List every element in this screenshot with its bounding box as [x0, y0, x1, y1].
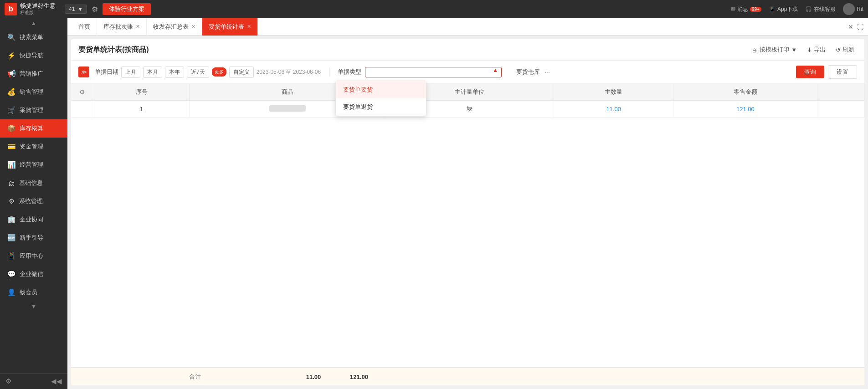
trial-button[interactable]: 体验行业方案: [103, 3, 151, 15]
tab-collect-summary[interactable]: 收发存汇总表 ✕: [147, 18, 202, 36]
tab-order-summary[interactable]: 要货单统计表 ✕: [202, 18, 258, 36]
settings-gear-button[interactable]: ⚙: [92, 5, 98, 14]
export-icon: ⬇: [807, 46, 812, 53]
sidebar-item-inventory[interactable]: 📦 库存核算: [0, 119, 67, 138]
sidebar-item-basic-info[interactable]: 🗂 基础信息: [0, 174, 67, 192]
app-logo: b 畅捷通好生意 标准版: [5, 2, 56, 16]
filter-type-section: 单据类型 ▲: [338, 67, 502, 77]
sidebar-item-member[interactable]: 👤 畅会员: [0, 283, 67, 302]
sidebar-item-marketing[interactable]: 📢 营销推广: [0, 65, 67, 83]
app-center-icon: 📱: [7, 252, 16, 260]
service-icon: 🎧: [805, 6, 812, 12]
sidebar-item-guide[interactable]: 🆕 新手引导: [0, 229, 67, 247]
sidebar-item-enterprise[interactable]: 🏢 企业协同: [0, 210, 67, 229]
sidebar-item-operations[interactable]: 📊 经营管理: [0, 156, 67, 174]
prev-month-button[interactable]: 上月: [121, 67, 140, 78]
type-input[interactable]: [365, 67, 502, 77]
data-table: ⚙ 序号 商品 主计量单位 主数量 零售金额: [71, 84, 864, 118]
table-container: ⚙ 序号 商品 主计量单位 主数量 零售金额: [71, 84, 864, 367]
recent7-button[interactable]: 近7天: [187, 67, 209, 78]
col-extra: [817, 84, 864, 101]
fullscreen-button[interactable]: ⛶: [857, 23, 863, 31]
close-all-tabs-button[interactable]: ✕: [848, 23, 853, 31]
topbar-center: 41 ▼ ⚙ 体验行业方案: [65, 3, 731, 15]
sidebar-item-purchase[interactable]: 🛒 采购管理: [0, 101, 67, 119]
tab-batch-account-close[interactable]: ✕: [136, 24, 140, 30]
print-button[interactable]: 🖨 按模板打印 ▼: [749, 44, 800, 56]
dropdown-item-order-return[interactable]: 要货单退货: [336, 98, 426, 116]
tab-collect-summary-close[interactable]: ✕: [191, 24, 195, 30]
sidebar: ▲ 🔍 搜索菜单 ⚡ 快捷导航 📢 营销推广 💰 销售管理 🛒 采购管理 📦 库…: [0, 18, 67, 389]
table-settings-icon[interactable]: ⚙: [79, 88, 85, 96]
sidebar-item-search[interactable]: 🔍 搜索菜单: [0, 28, 67, 46]
expand-icon: ≫: [81, 69, 87, 75]
sidebar-label-enterprise: 企业协同: [20, 215, 43, 224]
message-label: 消息: [737, 5, 748, 13]
basic-info-icon: 🗂: [7, 179, 15, 187]
finance-icon: 💳: [7, 143, 16, 151]
search-icon: 🔍: [7, 33, 16, 41]
filter-more-button[interactable]: ···: [544, 68, 550, 76]
marketing-icon: 📢: [7, 70, 16, 78]
quick-nav-icon: ⚡: [7, 51, 16, 60]
brand-sub: 标准版: [20, 10, 56, 16]
sidebar-label-inventory: 库存核算: [20, 124, 43, 133]
sidebar-scroll-up[interactable]: ▲: [0, 18, 67, 28]
enterprise-icon: 🏢: [7, 215, 16, 224]
main-layout: ▲ 🔍 搜索菜单 ⚡ 快捷导航 📢 营销推广 💰 销售管理 🛒 采购管理 📦 库…: [0, 18, 868, 389]
sidebar-item-sales[interactable]: 💰 销售管理: [0, 83, 67, 101]
tab-order-summary-close[interactable]: ✕: [247, 24, 251, 30]
date-range-display: 2023-05-06 至 2023-06-06: [257, 68, 321, 76]
refresh-button[interactable]: ↺ 刷新: [833, 44, 857, 56]
sidebar-collapse-button[interactable]: ◀◀: [51, 377, 62, 385]
date-label: 单据日期: [95, 68, 118, 76]
sidebar-scroll-down[interactable]: ▼: [0, 302, 67, 312]
filter-expand-button[interactable]: ≫: [78, 67, 89, 77]
tab-home[interactable]: 首页: [72, 18, 97, 36]
footer-amount: 121.00: [336, 374, 382, 380]
sidebar-label-quick-nav: 快捷导航: [20, 51, 43, 60]
user-profile-button[interactable]: Rit: [843, 3, 863, 15]
custom-date-button[interactable]: 自定义: [229, 67, 254, 78]
chevron-down-icon: ▼: [77, 6, 83, 12]
more-dates-badge[interactable]: 更多: [212, 67, 226, 77]
export-button[interactable]: ⬇ 导出: [804, 44, 828, 56]
sidebar-label-purchase: 采购管理: [20, 106, 43, 114]
query-button[interactable]: 查询: [796, 66, 824, 78]
sidebar-label-sales: 销售管理: [20, 88, 43, 96]
user-name: Rit: [857, 6, 863, 12]
amount-link[interactable]: 121.00: [736, 106, 755, 113]
col-settings[interactable]: ⚙: [71, 84, 94, 101]
page-content: 要货单统计表(按商品) 🖨 按模板打印 ▼ ⬇ 导出 ↺ 刷新: [71, 39, 864, 385]
sidebar-item-system[interactable]: ⚙ 系统管理: [0, 192, 67, 210]
dropdown-item-order-goods[interactable]: 要货单要货: [336, 81, 426, 98]
sidebar-label-search: 搜索菜单: [20, 33, 43, 41]
sidebar-item-finance[interactable]: 💳 资金管理: [0, 138, 67, 156]
sales-icon: 💰: [7, 88, 16, 96]
cell-quantity: 11.00: [554, 101, 673, 118]
sidebar-label-member: 畅会员: [20, 288, 37, 297]
this-year-button[interactable]: 本年: [165, 67, 184, 78]
type-arrow-icon[interactable]: ▲: [493, 67, 498, 73]
sidebar-label-operations: 经营管理: [20, 161, 43, 169]
sidebar-label-finance: 资金管理: [20, 143, 43, 151]
sidebar-bottom: ⚙ ◀◀: [0, 373, 67, 389]
sidebar-item-weixin[interactable]: 💬 企业微信: [0, 265, 67, 283]
tab-batch-account[interactable]: 库存批次账 ✕: [97, 18, 147, 36]
warehouse-label: 要货仓库: [516, 68, 540, 76]
online-service-button[interactable]: 🎧 在线客服: [805, 5, 836, 13]
table-header-row: ⚙ 序号 商品 主计量单位 主数量 零售金额: [71, 84, 864, 101]
quantity-link[interactable]: 11.00: [606, 106, 621, 113]
app-download-label: App下载: [777, 5, 798, 13]
this-month-button[interactable]: 本月: [143, 67, 162, 78]
filter-settings-button[interactable]: 设置: [828, 65, 857, 79]
date-filter: 单据日期 上月 本月 本年 近7天 更多 自定义 2023-05-06 至 20…: [95, 67, 321, 78]
print-icon: 🖨: [752, 46, 758, 53]
type-dropdown-menu: 要货单要货 要货单退货: [335, 81, 426, 116]
sidebar-item-quick-nav[interactable]: ⚡ 快捷导航: [0, 46, 67, 65]
store-selector[interactable]: 41 ▼: [65, 5, 87, 14]
sidebar-settings-button[interactable]: ⚙: [5, 377, 11, 385]
message-button[interactable]: ✉ 消息 99+: [731, 5, 761, 13]
app-download-button[interactable]: 📱 App下载: [769, 5, 798, 13]
sidebar-item-app-center[interactable]: 📱 应用中心: [0, 247, 67, 265]
